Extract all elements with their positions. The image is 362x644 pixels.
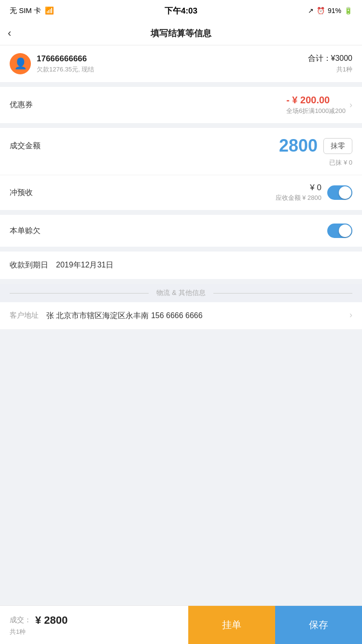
location-icon: ↗ [308,7,314,14]
due-date-label: 收款到期日 [10,260,48,270]
separator-1 [0,123,362,128]
user-phone: 17666666666 [37,54,94,64]
deal-amount-label: 成交金额 [10,141,41,151]
save-button[interactable]: 保存 [275,606,362,644]
coupon-sub-value: 全场6折满1000减200 [286,107,346,115]
logistics-divider: 物流 & 其他信息 [0,284,362,302]
separator-2 [0,210,362,215]
status-right: ↗ ⏰ 91% 🔋 [308,7,352,14]
coupon-label: 优惠券 [10,100,33,110]
back-button[interactable]: ‹ [8,27,11,40]
coupon-row[interactable]: 优惠券 - ¥ 200.00 全场6折满1000减200 › [0,87,362,123]
user-info-card: 👤 17666666666 欠款1276.35元, 现结 合计：¥3000 共1… [0,45,362,82]
content-area: 👤 17666666666 欠款1276.35元, 现结 合计：¥3000 共1… [0,45,362,450]
deal-right: 2800 抹零 [279,136,352,156]
divider-line-left [10,293,149,294]
hang-order-button[interactable]: 挂单 [188,606,275,644]
user-left: 👤 17666666666 欠款1276.35元, 现结 [10,53,94,74]
round-zero-button[interactable]: 抹零 [323,138,352,154]
bottom-deal-label: 成交： [10,616,31,625]
status-bar: 无 SIM 卡 📶 下午4:03 ↗ ⏰ 91% 🔋 [0,0,362,21]
user-right: 合计：¥3000 共1种 [308,54,353,74]
address-chevron: › [349,310,352,320]
address-value: 张 北京市市辖区海淀区永丰南 156 6666 6666 [46,310,349,322]
user-subtitle: 欠款1276.35元, 现结 [37,65,94,74]
prepay-right: ¥ 0 应收金额 ¥ 2800 [276,183,352,202]
deal-amount-value: 2800 [279,136,318,156]
divider-text: 物流 & 其他信息 [156,289,205,297]
total-amount: 合计：¥3000 [308,54,353,64]
extra-space [0,334,362,411]
avatar: 👤 [10,53,31,74]
debt-section: 本单赊欠 [0,215,362,247]
nav-bar: ‹ 填写结算等信息 [0,21,362,45]
due-date-section: 收款到期日 2019年12月31日 [0,252,362,279]
status-time: 下午4:03 [165,5,197,16]
wifi-icon: 📶 [45,6,54,15]
bottom-count: 共1种 [10,628,179,636]
coupon-value: - ¥ 200.00 [286,95,346,106]
battery-text: 91% [328,7,341,14]
coupon-right: - ¥ 200.00 全场6折满1000减200 › [286,95,352,115]
deal-sub-text: 已抹 ¥ 0 [329,159,352,166]
address-label: 客户地址 [10,310,39,320]
total-count: 共1种 [308,65,353,74]
status-left: 无 SIM 卡 📶 [10,6,54,15]
divider-line-right [213,293,352,294]
coupon-chevron: › [349,100,352,110]
bottom-bar: 成交： ¥ 2800 共1种 挂单 保存 [0,605,362,644]
address-section[interactable]: 客户地址 张 北京市市辖区海淀区永丰南 156 6666 6666 › [0,302,362,329]
deal-amount-section: 成交金额 2800 抹零 已抹 ¥ 0 [0,128,362,175]
prepay-toggle[interactable] [327,185,352,200]
no-sim-text: 无 SIM 卡 [10,6,41,15]
bottom-info: 成交： ¥ 2800 共1种 [0,614,188,636]
bottom-btn-group: 挂单 保存 [188,606,362,644]
prepay-sub: 应收金额 ¥ 2800 [276,194,321,202]
battery-icon: 🔋 [344,7,352,14]
prepay-label: 冲预收 [10,188,33,198]
alarm-icon: ⏰ [317,7,325,14]
bottom-deal-row: 成交： ¥ 2800 [10,614,179,627]
user-details: 17666666666 欠款1276.35元, 现结 [37,54,94,74]
prepay-amount: ¥ 0 [276,183,321,193]
page-title: 填写结算等信息 [151,28,211,39]
avatar-icon: 👤 [14,57,27,70]
debt-toggle[interactable] [327,224,352,238]
debt-label: 本单赊欠 [10,226,41,236]
bottom-deal-amount: ¥ 2800 [35,614,68,627]
prepay-value-area: ¥ 0 应收金额 ¥ 2800 [276,183,321,202]
coupon-value-area: - ¥ 200.00 全场6折满1000减200 [286,95,346,115]
prepay-section: 冲预收 ¥ 0 应收金额 ¥ 2800 [0,175,362,210]
due-date-value: 2019年12月31日 [56,260,113,270]
